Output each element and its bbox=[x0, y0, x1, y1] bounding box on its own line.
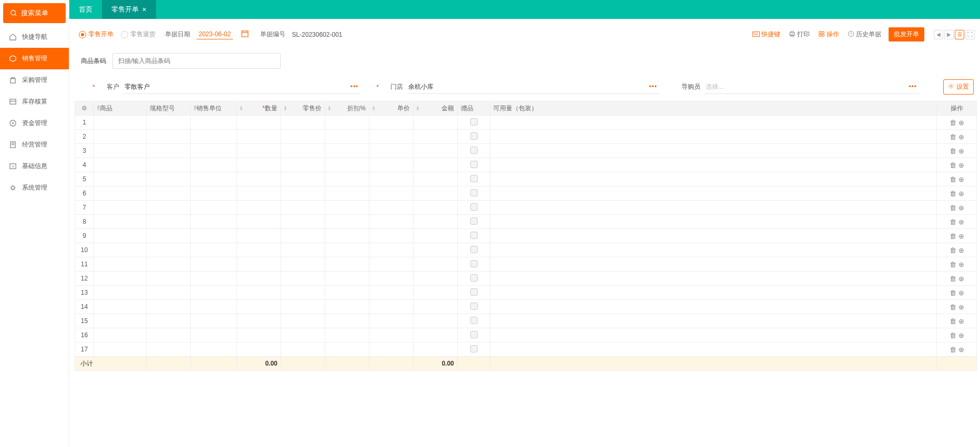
sidebar-item-funds[interactable]: ¥ 资金管理 bbox=[0, 112, 69, 134]
table-row[interactable]: 6🗑⊕ bbox=[75, 186, 977, 201]
radio-retail-return[interactable]: 零售退货 bbox=[121, 30, 156, 39]
cell-discount[interactable] bbox=[325, 257, 369, 272]
cell-gift[interactable] bbox=[458, 257, 490, 272]
cell-retail-price[interactable] bbox=[281, 272, 325, 286]
cell-unit[interactable] bbox=[191, 130, 237, 144]
header-discount[interactable]: ▲▼折扣% bbox=[325, 101, 369, 116]
cell-gift[interactable] bbox=[458, 116, 490, 130]
cell-amount[interactable] bbox=[414, 314, 458, 328]
table-row[interactable]: 13🗑⊕ bbox=[75, 286, 977, 300]
cell-amount[interactable] bbox=[414, 144, 458, 158]
cell-qty[interactable] bbox=[237, 186, 281, 201]
cell-gift[interactable] bbox=[458, 286, 490, 300]
cell-unit-price[interactable] bbox=[369, 144, 414, 158]
cell-unit[interactable] bbox=[191, 272, 237, 286]
header-gift[interactable]: ▲▼赠品 bbox=[458, 101, 490, 116]
table-row[interactable]: 9🗑⊕ bbox=[75, 229, 977, 243]
checkbox-icon[interactable] bbox=[470, 217, 478, 225]
delete-icon[interactable]: 🗑 bbox=[950, 133, 956, 141]
print-action[interactable]: 打印 bbox=[788, 29, 811, 40]
cell-qty[interactable] bbox=[237, 286, 281, 300]
cell-unit[interactable] bbox=[191, 116, 237, 130]
add-row-icon[interactable]: ⊕ bbox=[958, 232, 964, 240]
cell-qty[interactable] bbox=[237, 342, 281, 357]
header-qty[interactable]: ▲▼*数量 bbox=[237, 101, 281, 116]
table-row[interactable]: 2🗑⊕ bbox=[75, 130, 977, 144]
cell-amount[interactable] bbox=[414, 243, 458, 257]
cell-unit[interactable] bbox=[191, 186, 237, 201]
cell-qty[interactable] bbox=[237, 300, 281, 314]
cell-unit[interactable] bbox=[191, 158, 237, 172]
cell-unit-price[interactable] bbox=[369, 116, 414, 130]
cell-amount[interactable] bbox=[414, 201, 458, 215]
checkbox-icon[interactable] bbox=[470, 345, 478, 352]
cell-unit[interactable] bbox=[191, 243, 237, 257]
cell-unit[interactable] bbox=[191, 286, 237, 300]
cell-unit[interactable] bbox=[191, 201, 237, 215]
cell-unit-price[interactable] bbox=[369, 314, 414, 328]
delete-icon[interactable]: 🗑 bbox=[950, 218, 956, 226]
cell-product[interactable] bbox=[94, 172, 147, 186]
cell-gift[interactable] bbox=[458, 158, 490, 172]
table-row[interactable]: 3🗑⊕ bbox=[75, 144, 977, 158]
cell-unit[interactable] bbox=[191, 229, 237, 243]
cell-amount[interactable] bbox=[414, 158, 458, 172]
cell-spec[interactable] bbox=[147, 328, 191, 342]
tab-retail[interactable]: 零售开单 ✕ bbox=[102, 0, 156, 19]
cell-retail-price[interactable] bbox=[281, 215, 325, 229]
add-row-icon[interactable]: ⊕ bbox=[958, 246, 964, 254]
header-settings-cell[interactable]: ⚙ bbox=[75, 101, 94, 116]
cell-retail-price[interactable] bbox=[281, 243, 325, 257]
cell-retail-price[interactable] bbox=[281, 300, 325, 314]
sidebar-item-quicknav[interactable]: 快捷导航 bbox=[0, 26, 69, 48]
cell-product[interactable] bbox=[94, 158, 147, 172]
delete-icon[interactable]: 🗑 bbox=[950, 303, 956, 311]
cell-discount[interactable] bbox=[325, 342, 369, 357]
cell-product[interactable] bbox=[94, 215, 147, 229]
cell-discount[interactable] bbox=[325, 158, 369, 172]
cell-retail-price[interactable] bbox=[281, 186, 325, 201]
cell-spec[interactable] bbox=[147, 342, 191, 357]
cell-qty[interactable] bbox=[237, 328, 281, 342]
more-dots-icon[interactable]: ••• bbox=[350, 83, 359, 90]
cell-discount[interactable] bbox=[325, 300, 369, 314]
cell-product[interactable] bbox=[94, 272, 147, 286]
search-menu-button[interactable]: 搜索菜单 bbox=[3, 3, 66, 23]
cell-amount[interactable] bbox=[414, 342, 458, 357]
add-row-icon[interactable]: ⊕ bbox=[958, 204, 964, 212]
barcode-input[interactable] bbox=[112, 53, 281, 69]
cell-retail-price[interactable] bbox=[281, 172, 325, 186]
cell-spec[interactable] bbox=[147, 229, 191, 243]
cell-unit-price[interactable] bbox=[369, 342, 414, 357]
cell-product[interactable] bbox=[94, 314, 147, 328]
delete-icon[interactable]: 🗑 bbox=[950, 317, 956, 325]
add-row-icon[interactable]: ⊕ bbox=[958, 190, 964, 197]
cell-gift[interactable] bbox=[458, 314, 490, 328]
cell-product[interactable] bbox=[94, 257, 147, 272]
cell-unit-price[interactable] bbox=[369, 186, 414, 201]
checkbox-icon[interactable] bbox=[470, 189, 478, 196]
history-action[interactable]: 历史单据 bbox=[847, 29, 882, 40]
cell-spec[interactable] bbox=[147, 144, 191, 158]
delete-icon[interactable]: 🗑 bbox=[950, 161, 956, 169]
cell-discount[interactable] bbox=[325, 201, 369, 215]
table-row[interactable]: 5🗑⊕ bbox=[75, 172, 977, 186]
cell-amount[interactable] bbox=[414, 300, 458, 314]
add-row-icon[interactable]: ⊕ bbox=[958, 175, 964, 183]
cell-gift[interactable] bbox=[458, 342, 490, 357]
cell-product[interactable] bbox=[94, 201, 147, 215]
close-icon[interactable]: ✕ bbox=[142, 6, 147, 13]
cell-amount[interactable] bbox=[414, 116, 458, 130]
cell-gift[interactable] bbox=[458, 272, 490, 286]
cell-product[interactable] bbox=[94, 229, 147, 243]
sidebar-item-purchase[interactable]: 采购管理 bbox=[0, 69, 69, 91]
batch-order-button[interactable]: 批发开单 bbox=[889, 27, 924, 41]
cell-unit-price[interactable] bbox=[369, 201, 414, 215]
cell-qty[interactable] bbox=[237, 130, 281, 144]
cell-unit-price[interactable] bbox=[369, 215, 414, 229]
cell-retail-price[interactable] bbox=[281, 158, 325, 172]
add-row-icon[interactable]: ⊕ bbox=[958, 346, 964, 354]
cell-qty[interactable] bbox=[237, 144, 281, 158]
checkbox-icon[interactable] bbox=[470, 203, 478, 211]
delete-icon[interactable]: 🗑 bbox=[950, 346, 956, 354]
